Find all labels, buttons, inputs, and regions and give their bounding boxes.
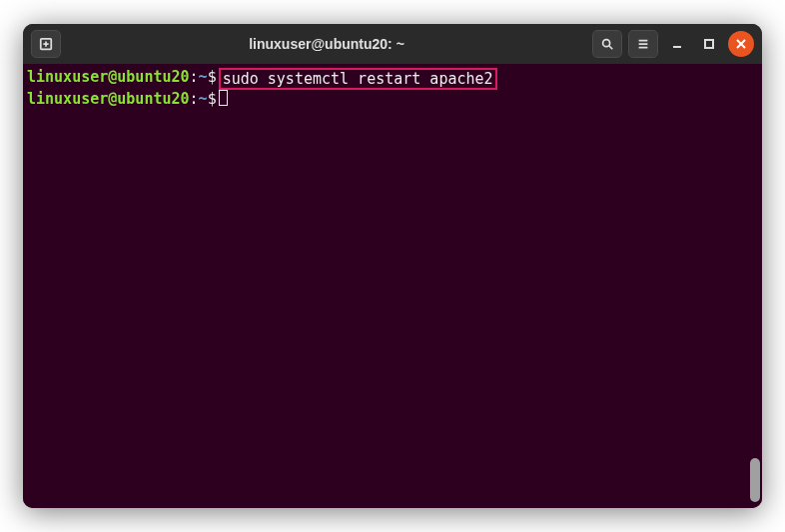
- command-text: sudo systemctl restart apache2: [223, 70, 493, 88]
- prompt-separator: :: [190, 68, 199, 86]
- terminal-body[interactable]: linuxuser@ubuntu20:~$ sudo systemctl res…: [23, 64, 762, 508]
- window-title: linuxuser@ubuntu20: ~: [67, 36, 586, 52]
- prompt-symbol: $: [208, 68, 217, 86]
- prompt-user-host: linuxuser@ubuntu20: [27, 68, 190, 86]
- titlebar-right: [592, 30, 754, 58]
- maximize-button[interactable]: [696, 31, 722, 57]
- titlebar-left: [31, 30, 61, 58]
- new-tab-button[interactable]: [31, 30, 61, 58]
- terminal-window: linuxuser@ubuntu20: ~ linuxuser@ubuntu20…: [23, 24, 762, 508]
- titlebar: linuxuser@ubuntu20: ~: [23, 24, 762, 64]
- terminal-line: linuxuser@ubuntu20:~$: [27, 90, 758, 108]
- svg-point-3: [603, 40, 610, 47]
- prompt-path: ~: [199, 68, 208, 86]
- prompt-symbol: $: [208, 90, 217, 108]
- scrollbar-thumb[interactable]: [750, 458, 760, 502]
- prompt-separator: :: [190, 90, 199, 108]
- minimize-button[interactable]: [664, 31, 690, 57]
- prompt-user-host: linuxuser@ubuntu20: [27, 90, 190, 108]
- svg-rect-9: [705, 40, 713, 48]
- svg-line-4: [609, 46, 613, 50]
- cursor-icon: [219, 90, 228, 106]
- terminal-line: linuxuser@ubuntu20:~$ sudo systemctl res…: [27, 68, 758, 90]
- prompt-path: ~: [199, 90, 208, 108]
- close-button[interactable]: [728, 31, 754, 57]
- command-highlight: sudo systemctl restart apache2: [219, 68, 497, 90]
- menu-button[interactable]: [628, 30, 658, 58]
- search-button[interactable]: [592, 30, 622, 58]
